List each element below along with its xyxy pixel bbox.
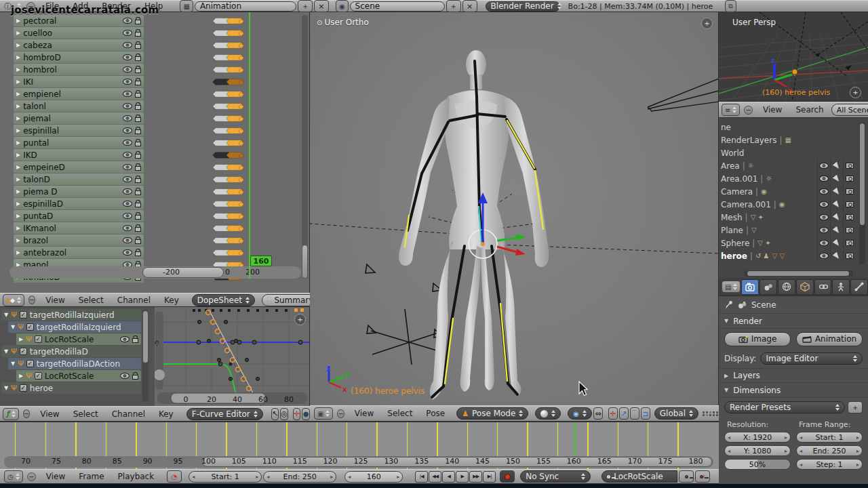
keyframe-strip[interactable]: ◆◆◆◆◆◆◆◆◆◆◆◆◆◆◆◆◆◆ bbox=[213, 223, 239, 233]
expand-triangle-icon[interactable]: ▶ bbox=[16, 103, 20, 109]
eye-icon[interactable] bbox=[123, 66, 132, 73]
expand-triangle-icon[interactable]: ▶ bbox=[16, 188, 20, 195]
lock-icon[interactable] bbox=[135, 203, 141, 207]
dopesheet-menu[interactable]: Channel bbox=[111, 296, 157, 305]
expand-triangle-icon[interactable] bbox=[11, 361, 15, 367]
pivot-select[interactable]: ◉ bbox=[568, 407, 592, 420]
dopesheet-channel-row[interactable]: ▶ piemal ◆◆◆◆◆◆◆◆◆◆◆◆◆◆◆◆◆◆ bbox=[0, 113, 309, 124]
lock-icon[interactable] bbox=[135, 20, 141, 24]
expand-triangle-icon[interactable]: ▶ bbox=[16, 225, 20, 231]
frame-end-field[interactable]: End: 250 bbox=[796, 445, 863, 456]
dopesheet-channel-row[interactable]: ▶ piema D ◆◆◆◆◆◆◆◆◆◆◆◆◆◆◆◆◆◆ bbox=[0, 186, 309, 197]
plus-icon[interactable]: ＋ bbox=[850, 87, 861, 98]
keyframe-strip[interactable]: ◆◆◆◆◆◆◆◆◆◆◆◆◆◆◆◆◆◆ bbox=[213, 28, 239, 38]
current-frame-field[interactable]: 160 bbox=[344, 471, 403, 483]
dopesheet-menu[interactable]: View bbox=[39, 296, 71, 305]
outliner-item[interactable]: Area | ☼ bbox=[719, 159, 868, 172]
keyframe-strip[interactable]: ◆◆◆◆◆◆◆◆◆◆◆◆◆◆◆◆◆◆ bbox=[213, 211, 239, 221]
restrict-view-toggle[interactable] bbox=[817, 249, 830, 262]
playback-button[interactable]: ◀ bbox=[442, 471, 455, 483]
graph-menu[interactable]: View bbox=[34, 409, 65, 419]
expand-triangle-icon[interactable]: ▶ bbox=[16, 201, 20, 207]
lock-icon[interactable] bbox=[135, 190, 141, 195]
expand-triangle-icon[interactable]: ▶ bbox=[16, 176, 20, 182]
playback-button[interactable]: ▶▶ bbox=[469, 471, 482, 483]
graph-editor-type-icon[interactable]: ƒ bbox=[3, 408, 19, 420]
lock-icon[interactable] bbox=[135, 68, 141, 73]
minus-icon[interactable]: − bbox=[744, 106, 753, 115]
expand-triangle-icon[interactable] bbox=[4, 348, 8, 354]
restrict-view-toggle[interactable] bbox=[817, 198, 830, 211]
dopesheet-channel-row[interactable]: ▶ hombroD ◆◆◆◆◆◆◆◆◆◆◆◆◆◆◆◆◆◆ bbox=[0, 52, 309, 63]
lock-icon[interactable] bbox=[135, 142, 141, 146]
dopesheet-channel-row[interactable]: ▶ empeineD ◆◆◆◆◆◆◆◆◆◆◆◆◆◆◆◆◆◆ bbox=[0, 161, 309, 173]
channel-checkbox[interactable] bbox=[35, 336, 42, 343]
eye-icon[interactable] bbox=[123, 30, 132, 36]
lock-icon[interactable] bbox=[135, 154, 141, 159]
render-presets-select[interactable]: Render Presets bbox=[724, 401, 845, 413]
dopesheet-channel-row[interactable]: ▶ hombrol ◆◆◆◆◆◆◆◆◆◆◆◆◆◆◆◆◆◆ bbox=[0, 64, 309, 75]
channel-checkbox[interactable] bbox=[20, 348, 27, 355]
frame-step-field[interactable]: Step: 1 bbox=[796, 459, 863, 470]
lock-icon[interactable] bbox=[135, 239, 141, 244]
minus-icon[interactable]: − bbox=[27, 472, 36, 481]
normalize-axis-icon[interactable]: ✛ bbox=[293, 408, 301, 420]
resolution-percentage-slider[interactable]: 50% bbox=[724, 459, 791, 470]
expand-triangle-icon[interactable]: ▶ bbox=[16, 54, 20, 60]
graph-channel-row[interactable]: Ψ targetRodillaD bbox=[1, 346, 141, 357]
current-frame-line[interactable] bbox=[249, 12, 250, 279]
keyframe-strip[interactable]: ◆◆◆◆◆◆◆◆◆◆◆◆◆◆◆◆◆◆ bbox=[213, 89, 239, 99]
mode-select[interactable]: ♟ Pose Mode bbox=[456, 407, 528, 420]
record-button[interactable] bbox=[500, 470, 515, 483]
timeline-menu[interactable]: Playback bbox=[112, 472, 161, 481]
lock-icon[interactable] bbox=[135, 129, 141, 134]
keyframe-strip[interactable]: ◆◆◆◆◆◆◆◆◆◆◆◆◆◆◆◆◆◆ bbox=[213, 52, 239, 62]
outliner-hscrollbar[interactable] bbox=[745, 270, 853, 277]
graph-curve-area[interactable]: 0 20 40 60 80 -5 ＋ bbox=[155, 307, 310, 406]
dopesheet-channel-row[interactable]: ▶ cuelloo ◆◆◆◆◆◆◆◆◆◆◆◆◆◆◆◆◆◆ bbox=[0, 27, 309, 39]
manipulate-origins-icon[interactable]: ⇔ bbox=[593, 407, 603, 420]
frame-end-field[interactable]: End: 250 bbox=[263, 471, 336, 483]
expand-triangle-icon[interactable] bbox=[4, 312, 8, 318]
keyframe-strip[interactable]: ◆◆◆◆◆◆◆◆◆◆◆◆◆◆◆◆◆◆ bbox=[213, 64, 239, 75]
add-preset-button[interactable]: ＋ bbox=[848, 401, 863, 413]
eye-icon[interactable] bbox=[123, 225, 132, 231]
keyframe-strip[interactable]: ◆◆◆◆◆◆◆◆◆◆◆◆◆◆◆◆◆◆ bbox=[213, 40, 239, 50]
dopesheet-channel-row[interactable]: ▶ espinillaD ◆◆◆◆◆◆◆◆◆◆◆◆◆◆◆◆◆◆ bbox=[0, 198, 309, 209]
tab-render[interactable] bbox=[741, 279, 759, 295]
eye-icon[interactable] bbox=[123, 164, 132, 170]
dopesheet-channel-row[interactable]: ▶ talonD ◆◆◆◆◆◆◆◆◆◆◆◆◆◆◆◆◆◆ bbox=[0, 174, 309, 185]
dopesheet-channel-row[interactable]: ▶ IKI ◆◆◆◆◆◆◆◆◆◆◆◆◆◆◆◆◆◆ bbox=[0, 76, 309, 87]
keyframe-strip[interactable]: ◆◆◆◆◆◆◆◆◆◆◆◆◆◆◆◆◆◆ bbox=[213, 235, 239, 245]
manipulator-axis-icon[interactable]: ✛ bbox=[608, 407, 618, 420]
layers-panel-header[interactable]: ▶Layers bbox=[719, 368, 868, 383]
resolution-x-field[interactable]: X: 1920 bbox=[724, 432, 791, 443]
minus-icon[interactable]: − bbox=[23, 409, 30, 418]
timeline-menu[interactable]: View bbox=[40, 472, 71, 481]
lock-icon[interactable] bbox=[135, 166, 141, 171]
screen-layout-select[interactable]: Animation bbox=[195, 1, 296, 12]
graph-channel-row[interactable]: Ψ LocRotScale bbox=[16, 370, 141, 382]
expand-triangle-icon[interactable]: ▶ bbox=[16, 127, 20, 134]
keyframe-strip[interactable]: ◆◆◆◆◆◆◆◆◆◆◆◆◆◆◆◆◆◆ bbox=[213, 174, 239, 184]
restrict-render-toggle[interactable] bbox=[843, 198, 856, 211]
playback-button[interactable]: ▶ bbox=[456, 471, 469, 483]
plus-icon[interactable]: ＋ bbox=[294, 314, 306, 325]
restrict-render-toggle[interactable] bbox=[843, 237, 856, 249]
restrict-select-toggle[interactable] bbox=[830, 172, 843, 185]
eye-icon[interactable] bbox=[123, 115, 132, 121]
outliner-item[interactable]: Mesh | ▽ ✦ bbox=[719, 211, 868, 224]
dopesheet-channel-row[interactable]: ▶ puntaD ◆◆◆◆◆◆◆◆◆◆◆◆◆◆◆◆◆◆ bbox=[0, 210, 309, 222]
viewport-menu[interactable]: Pose bbox=[420, 409, 451, 418]
graph-channel-row[interactable]: Ψ LocRotScale bbox=[16, 333, 141, 345]
dopesheet-channel-row[interactable]: ▶ IKD ◆◆◆◆◆◆◆◆◆◆◆◆◆◆◆◆◆◆ bbox=[0, 149, 309, 161]
dopesheet-channel-row[interactable]: ▶ brazol ◆◆◆◆◆◆◆◆◆◆◆◆◆◆◆◆◆◆ bbox=[0, 235, 309, 246]
keyframe-strip[interactable]: ◆◆◆◆◆◆◆◆◆◆◆◆◆◆◆◆◆◆ bbox=[213, 101, 239, 111]
keyframe-strip[interactable]: ◆◆◆◆◆◆◆◆◆◆◆◆◆◆◆◆◆◆ bbox=[213, 16, 239, 26]
outliner-item[interactable]: heroe | ↺ ♟ ▽ ▽ bbox=[719, 249, 868, 262]
graph-channel-row[interactable]: Ψ targetRodillaDAction bbox=[8, 358, 141, 369]
lock-icon[interactable] bbox=[135, 81, 141, 85]
restrict-render-toggle[interactable] bbox=[843, 211, 856, 224]
expand-triangle-icon[interactable]: ▶ bbox=[16, 249, 20, 256]
restrict-view-toggle[interactable] bbox=[817, 185, 830, 198]
